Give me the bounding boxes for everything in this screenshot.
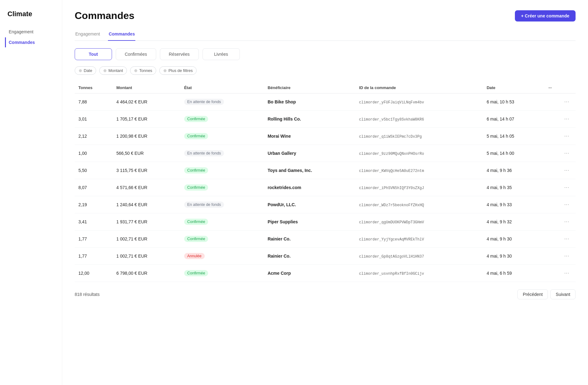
table-row[interactable]: 1,00 566,50 € EUR En attente de fonds Ur… bbox=[75, 145, 576, 162]
cell-tonnes: 1,77 bbox=[75, 248, 113, 265]
cell-more-actions[interactable]: ··· bbox=[545, 111, 576, 128]
status-badge: En attente de fonds bbox=[184, 150, 224, 156]
row-more-button[interactable]: ··· bbox=[562, 132, 572, 140]
filter-chip-tonnes[interactable]: ⊕ Tonnes bbox=[130, 66, 156, 75]
cell-date: 4 mai, 9 h 36 bbox=[483, 162, 545, 179]
cell-date: 6 mai, 10 h 53 bbox=[483, 93, 545, 111]
filter-tab-tout[interactable]: Tout bbox=[75, 48, 112, 60]
cell-id-commande: climorder_qgUmDUOKPVWDpT3GHmV bbox=[355, 213, 483, 231]
status-badge: En attente de fonds bbox=[184, 99, 224, 105]
row-more-button[interactable]: ··· bbox=[562, 149, 572, 157]
cell-date: 4 mai, 9 h 30 bbox=[483, 231, 545, 248]
row-more-button[interactable]: ··· bbox=[562, 115, 572, 123]
col-date: Date bbox=[483, 82, 545, 93]
cell-etat: Confirmée bbox=[180, 179, 264, 196]
cell-tonnes: 1,00 bbox=[75, 145, 113, 162]
table-row[interactable]: 3,01 1 705,17 € EUR Confirmée Rolling Hi… bbox=[75, 111, 576, 128]
filter-tab-livrees[interactable]: Livrées bbox=[203, 48, 240, 60]
cell-etat: Confirmée bbox=[180, 128, 264, 145]
create-order-button[interactable]: + Créer une commande bbox=[515, 10, 576, 21]
cell-beneficiaire: Bo Bike Shop bbox=[264, 93, 355, 111]
cell-id-commande: climorder_usvnhpRxfBfIn0GCijv bbox=[355, 265, 483, 282]
cell-date: 6 mai, 14 h 07 bbox=[483, 111, 545, 128]
cell-more-actions[interactable]: ··· bbox=[545, 196, 576, 213]
cell-more-actions[interactable]: ··· bbox=[545, 93, 576, 111]
cell-more-actions[interactable]: ··· bbox=[545, 179, 576, 196]
cell-more-actions[interactable]: ··· bbox=[545, 128, 576, 145]
table-row[interactable]: 5,50 3 115,75 € EUR Confirmée Toys and G… bbox=[75, 162, 576, 179]
table-row[interactable]: 1,77 1 002,71 € EUR Annulée Rainier Co. … bbox=[75, 248, 576, 265]
filter-chip-montant[interactable]: ⊕ Montant bbox=[99, 66, 127, 75]
table-row[interactable]: 3,41 1 931,77 € EUR Confirmée Piper Supp… bbox=[75, 213, 576, 231]
col-id-commande: ID de la commande bbox=[355, 82, 483, 93]
status-badge: Confirmée bbox=[184, 116, 208, 122]
results-count: 818 résultats bbox=[75, 292, 100, 297]
status-badge: Confirmée bbox=[184, 167, 208, 173]
cell-beneficiaire: Urban Gallery bbox=[264, 145, 355, 162]
cell-date: 4 mai, 9 h 35 bbox=[483, 179, 545, 196]
cell-more-actions[interactable]: ··· bbox=[545, 248, 576, 265]
cell-beneficiaire: Rolling Hills Co. bbox=[264, 111, 355, 128]
status-badge: En attente de fonds bbox=[184, 202, 224, 208]
app-logo: Climate bbox=[5, 10, 57, 18]
cell-more-actions[interactable]: ··· bbox=[545, 213, 576, 231]
cell-etat: Confirmée bbox=[180, 111, 264, 128]
row-more-button[interactable]: ··· bbox=[562, 235, 572, 243]
cell-montant: 1 931,77 € EUR bbox=[113, 213, 180, 231]
status-badge: Confirmée bbox=[184, 219, 208, 225]
cell-etat: Confirmée bbox=[180, 265, 264, 282]
cell-more-actions[interactable]: ··· bbox=[545, 265, 576, 282]
row-more-button[interactable]: ··· bbox=[562, 252, 572, 260]
cell-montant: 6 798,00 € EUR bbox=[113, 265, 180, 282]
filter-chip-date[interactable]: ⊕ Date bbox=[75, 66, 96, 75]
cell-id-commande: climorder_YyjYgcevAqMVREkThlV bbox=[355, 231, 483, 248]
cell-date: 5 mai, 14 h 00 bbox=[483, 145, 545, 162]
cell-more-actions[interactable]: ··· bbox=[545, 231, 576, 248]
table-row[interactable]: 2,12 1 200,98 € EUR Confirmée Morai Wine… bbox=[75, 128, 576, 145]
row-more-button[interactable]: ··· bbox=[562, 269, 572, 277]
cell-montant: 4 464,02 € EUR bbox=[113, 93, 180, 111]
cell-more-actions[interactable]: ··· bbox=[545, 145, 576, 162]
status-badge: Confirmée bbox=[184, 133, 208, 139]
sidebar-item-commandes[interactable]: Commandes bbox=[5, 37, 57, 47]
cell-id-commande: climorder_yFUFJaiqViLNqFvm4bv bbox=[355, 93, 483, 111]
filter-tab-confirmees[interactable]: Confirmées bbox=[116, 48, 156, 60]
table-row[interactable]: 12,00 6 798,00 € EUR Confirmée Acme Corp… bbox=[75, 265, 576, 282]
row-more-button[interactable]: ··· bbox=[562, 218, 572, 226]
row-more-button[interactable]: ··· bbox=[562, 201, 572, 209]
table-row[interactable]: 1,77 1 002,71 € EUR Confirmée Rainier Co… bbox=[75, 231, 576, 248]
cell-tonnes: 12,00 bbox=[75, 265, 113, 282]
cell-tonnes: 1,77 bbox=[75, 231, 113, 248]
table-row[interactable]: 8,07 4 571,66 € EUR Confirmée rocketride… bbox=[75, 179, 576, 196]
plus-icon: ⊕ bbox=[163, 68, 167, 73]
main-content: Commandes + Créer une commande Engagemen… bbox=[62, 0, 588, 385]
previous-button[interactable]: Précédent bbox=[517, 289, 548, 299]
next-button[interactable]: Suivant bbox=[550, 289, 576, 299]
row-more-button[interactable]: ··· bbox=[562, 183, 572, 192]
cell-etat: Confirmée bbox=[180, 231, 264, 248]
filter-tab-reservees[interactable]: Réservées bbox=[160, 48, 199, 60]
filter-chip-plus[interactable]: ⊕ Plus de filtres bbox=[159, 66, 197, 75]
cell-beneficiaire: Piper Supplies bbox=[264, 213, 355, 231]
cell-date: 5 mai, 14 h 05 bbox=[483, 128, 545, 145]
status-badge: Confirmée bbox=[184, 184, 208, 191]
main-header: Commandes + Créer une commande bbox=[75, 10, 576, 21]
tab-engagement[interactable]: Engagement bbox=[75, 29, 100, 41]
table-row[interactable]: 7,88 4 464,02 € EUR En attente de fonds … bbox=[75, 93, 576, 111]
cell-id-commande: climorder_9zz90MQuQNxnPHOsrRo bbox=[355, 145, 483, 162]
cell-more-actions[interactable]: ··· bbox=[545, 162, 576, 179]
cell-etat: Annulée bbox=[180, 248, 264, 265]
cell-tonnes: 7,88 bbox=[75, 93, 113, 111]
cell-date: 4 mai, 6 h 59 bbox=[483, 265, 545, 282]
tab-commandes[interactable]: Commandes bbox=[108, 29, 135, 41]
table-row[interactable]: 2,19 1 240,64 € EUR En attente de fonds … bbox=[75, 196, 576, 213]
cell-id-commande: climorder_Gp8qtAGzgoVLlH1HN37 bbox=[355, 248, 483, 265]
cell-montant: 1 200,98 € EUR bbox=[113, 128, 180, 145]
cell-etat: En attente de fonds bbox=[180, 93, 264, 111]
status-badge: Annulée bbox=[184, 253, 205, 259]
row-more-button[interactable]: ··· bbox=[562, 166, 572, 174]
cell-montant: 4 571,66 € EUR bbox=[113, 179, 180, 196]
status-badge: Confirmée bbox=[184, 236, 208, 242]
row-more-button[interactable]: ··· bbox=[562, 98, 572, 106]
sidebar-item-engagement[interactable]: Engagement bbox=[5, 27, 57, 37]
